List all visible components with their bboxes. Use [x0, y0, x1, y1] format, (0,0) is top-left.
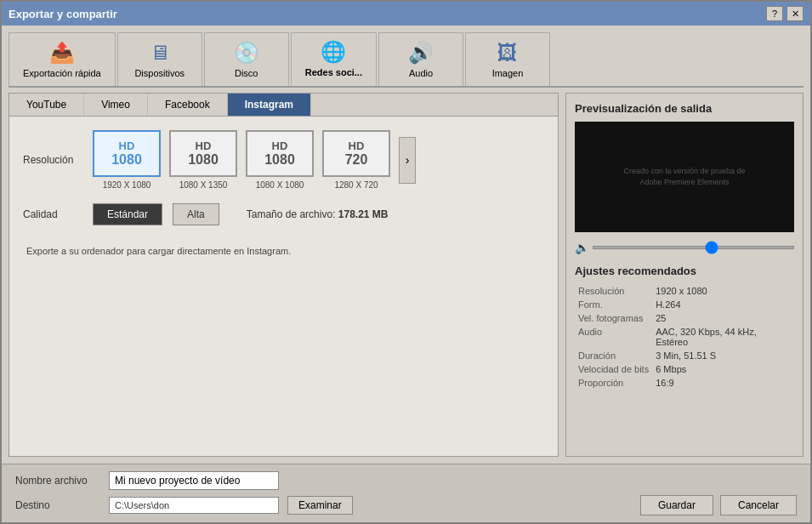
settings-value: 25	[652, 311, 794, 325]
tab-disco[interactable]: 💿 Disco	[204, 32, 289, 86]
title-bar: Exportar y compartir ? ✕	[2, 2, 810, 26]
scroll-next-arrow[interactable]: ›	[399, 137, 416, 184]
tab-disco-label: Disco	[235, 68, 258, 78]
title-bar-controls: ? ✕	[766, 6, 803, 21]
sub-tab-instagram[interactable]: Instagram	[228, 94, 311, 116]
browse-button[interactable]: Examinar	[287, 496, 353, 515]
settings-value: 6 Mbps	[652, 362, 794, 376]
settings-key: Velocidad de bits	[575, 362, 652, 376]
sub-tab-facebook[interactable]: Facebook	[148, 94, 228, 116]
tab-exportacion[interactable]: 📤 Exportación rápida	[9, 32, 116, 86]
left-content: Resolución HD 1080 1920 X 1080	[9, 117, 558, 456]
settings-value: 3 Min, 51.51 S	[652, 349, 794, 362]
disco-icon: 💿	[234, 41, 259, 65]
file-size-value: 178.21 MB	[338, 208, 389, 220]
sub-tab-vimeo[interactable]: Vimeo	[84, 94, 148, 116]
settings-value: 1920 x 1080	[652, 284, 794, 298]
sub-tabs: YouTube Vimeo Facebook Instagram	[9, 94, 558, 117]
dest-path-input[interactable]	[109, 497, 279, 514]
audio-icon: 🔊	[408, 41, 434, 65]
quality-row: Calidad Estándar Alta Tamaño de archivo:…	[23, 203, 544, 225]
settings-row: Form.H.264	[575, 298, 794, 311]
tab-dispositivos-label: Dispositivos	[134, 68, 185, 78]
res-box-1280x720: HD 720	[322, 130, 390, 177]
preview-slider-row: 🔈	[575, 241, 794, 254]
settings-row: Velocidad de bits6 Mbps	[575, 362, 794, 376]
res-card-1080x1350[interactable]: HD 1080 1080 X 1350	[169, 130, 237, 190]
exportacion-icon: 📤	[49, 41, 75, 65]
tab-dispositivos[interactable]: 🖥 Dispositivos	[117, 32, 202, 86]
settings-row: Resolución1920 x 1080	[575, 284, 794, 298]
settings-key: Proporción	[575, 376, 652, 390]
close-button[interactable]: ✕	[786, 6, 803, 21]
bottom-bar: Nombre archivo Destino Examinar Guardar …	[2, 464, 810, 522]
settings-row: Duración3 Min, 51.51 S	[575, 349, 794, 362]
res-card-1280x720[interactable]: HD 720 1280 X 720	[322, 130, 390, 190]
dialog-title: Exportar y compartir	[9, 8, 117, 20]
file-size-section: Tamaño de archivo: 178.21 MB	[247, 208, 389, 220]
settings-row: Vel. fotogramas25	[575, 311, 794, 325]
imagen-icon: 🖼	[497, 41, 518, 65]
res-card-1920[interactable]: HD 1080 1920 X 1080	[93, 130, 161, 190]
save-button[interactable]: Guardar	[640, 495, 713, 515]
filename-label: Nombre archivo	[15, 475, 100, 487]
tab-redes[interactable]: 🌐 Redes soci...	[291, 32, 377, 86]
preview-volume-slider[interactable]	[593, 246, 794, 249]
filename-row: Nombre archivo	[15, 471, 797, 490]
settings-value: H.264	[652, 298, 794, 311]
help-button[interactable]: ?	[766, 6, 783, 21]
tab-imagen[interactable]: 🖼 Imagen	[465, 32, 550, 86]
tab-imagen-label: Imagen	[492, 68, 524, 78]
settings-table: Resolución1920 x 1080Form.H.264Vel. foto…	[575, 284, 794, 390]
settings-key: Form.	[575, 298, 652, 311]
cancel-button[interactable]: Cancelar	[720, 495, 797, 515]
settings-key: Resolución	[575, 284, 652, 298]
content-area: 📤 Exportación rápida 🖥 Dispositivos 💿 Di…	[2, 26, 810, 464]
main-tabs: 📤 Exportación rápida 🖥 Dispositivos 💿 Di…	[9, 32, 803, 88]
action-buttons: Guardar Cancelar	[640, 495, 797, 515]
settings-key: Audio	[575, 325, 652, 349]
settings-key: Duración	[575, 349, 652, 362]
resolution-row: Resolución HD 1080 1920 X 1080	[23, 130, 544, 190]
settings-row: Proporción16:9	[575, 376, 794, 390]
tab-audio[interactable]: 🔊 Audio	[378, 32, 463, 86]
dest-row: Destino Examinar Guardar Cancelar	[15, 495, 797, 515]
dialog-window: Exportar y compartir ? ✕ 📤 Exportación r…	[0, 0, 812, 524]
resolution-options: HD 1080 1920 X 1080 HD 1080 1080	[93, 130, 416, 190]
file-size-label: Tamaño de archivo:	[247, 208, 336, 220]
tab-audio-label: Audio	[409, 68, 433, 78]
filename-input[interactable]	[109, 471, 279, 490]
settings-title: Ajustes recomendados	[575, 265, 794, 277]
dest-label: Destino	[15, 499, 100, 511]
preview-title: Previsualización de salida	[575, 102, 794, 115]
export-note: Exporte a su ordenador para cargar direc…	[23, 246, 544, 256]
settings-key: Vel. fotogramas	[575, 311, 652, 325]
sub-tab-youtube[interactable]: YouTube	[9, 94, 84, 116]
resolution-label: Resolución	[23, 154, 82, 166]
preview-video: Creado con la versión de prueba de Adobe…	[575, 122, 794, 232]
res-box-1080x1350: HD 1080	[169, 130, 237, 177]
tab-exportacion-label: Exportación rápida	[23, 68, 101, 78]
tab-redes-label: Redes soci...	[305, 67, 362, 77]
preview-watermark: Creado con la versión de prueba de Adobe…	[623, 166, 745, 187]
settings-value: 16:9	[652, 376, 794, 390]
quality-high-button[interactable]: Alta	[173, 203, 219, 225]
res-box-1080x1080: HD 1080	[246, 130, 314, 177]
res-card-1080x1080[interactable]: HD 1080 1080 X 1080	[246, 130, 314, 190]
volume-icon: 🔈	[575, 241, 589, 254]
dispositivos-icon: 🖥	[150, 41, 170, 65]
redes-icon: 🌐	[321, 40, 346, 64]
main-body: YouTube Vimeo Facebook Instagram R	[9, 93, 803, 457]
left-panel: YouTube Vimeo Facebook Instagram R	[9, 93, 559, 457]
res-box-1920: HD 1080	[93, 130, 161, 177]
settings-row: AudioAAC, 320 Kbps, 44 kHz, Estéreo	[575, 325, 794, 349]
settings-value: AAC, 320 Kbps, 44 kHz, Estéreo	[652, 325, 794, 349]
quality-label: Calidad	[23, 208, 82, 220]
quality-standard-button[interactable]: Estándar	[93, 203, 162, 225]
right-panel: Previsualización de salida Creado con la…	[565, 93, 803, 457]
